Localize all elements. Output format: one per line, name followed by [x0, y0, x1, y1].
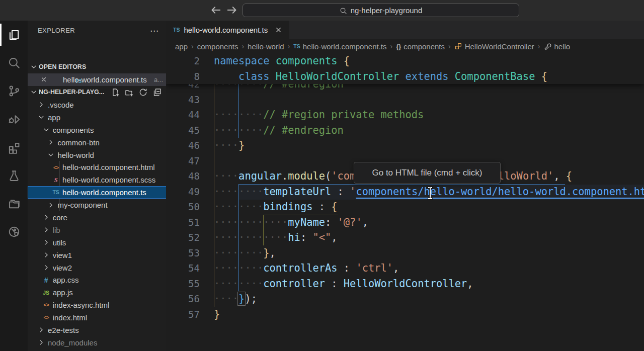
open-editor-path: a... — [152, 76, 163, 83]
tree-item-my-component[interactable]: my-component — [28, 199, 185, 211]
sticky-line-8[interactable]: 8 class HelloWorldController extends Com… — [166, 69, 644, 84]
line-number-55[interactable]: 55 — [166, 276, 200, 292]
template-url-link[interactable]: components/hello-world/hello-world.compo… — [356, 186, 644, 198]
css-badge: # — [44, 277, 48, 284]
new-folder-icon[interactable] — [124, 87, 134, 97]
breadcrumb-hello-world-component-ts[interactable]: TShello-world.component.ts — [293, 42, 386, 51]
tree-item--vscode[interactable]: .vscode — [28, 99, 175, 111]
project-section-header[interactable]: NG-HELPER-PLAYG... — [28, 86, 166, 99]
open-editors-section-header[interactable]: OPEN EDITORS — [28, 61, 166, 73]
activity-bar-item-run-debug[interactable] — [0, 105, 28, 133]
more-actions-icon[interactable]: ⋯ — [150, 26, 159, 36]
code-line-53[interactable]: 53········}, — [166, 245, 644, 261]
open-editor-item[interactable]: TS hello-world.component.ts a... — [28, 73, 166, 86]
line-number-46[interactable]: 46 — [166, 138, 200, 153]
code-line-57[interactable]: 57} — [166, 307, 644, 322]
tree-item-hello-world-component-html[interactable]: <>hello-world.component.html — [28, 161, 190, 173]
line-number-2[interactable]: 2 — [166, 53, 200, 69]
tree-item-view2[interactable]: view2 — [28, 261, 180, 274]
tree-item-label: view2 — [53, 264, 72, 272]
activity-bar-item-search[interactable] — [0, 49, 28, 77]
tree-item-label: utils — [53, 238, 66, 247]
breadcrumbs: app›components›hello-world›TShello-world… — [166, 39, 644, 53]
html-badge: <> — [44, 315, 49, 320]
breadcrumb-components[interactable]: {}components — [396, 42, 445, 51]
tree-item-label: .vscode — [48, 101, 74, 109]
code-line-56[interactable]: 56····}); — [166, 291, 644, 307]
activity-bar-item-testing[interactable] — [0, 161, 28, 190]
line-number-48[interactable]: 48 — [166, 168, 200, 184]
tree-item-app-js[interactable]: JSapp.js — [28, 286, 180, 299]
code-line-51[interactable]: 51············myName: '@?', — [166, 215, 644, 230]
code-line-54[interactable]: 54········controllerAs : 'ctrl', — [166, 260, 644, 276]
code-line-45[interactable]: 45········// #endregion — [166, 123, 644, 138]
activity-bar-item-source-control[interactable] — [0, 77, 28, 105]
line-number-50[interactable]: 50 — [166, 199, 200, 215]
code-line-44[interactable]: 44········// #region private methods — [166, 107, 644, 123]
line-number-44[interactable]: 44 — [166, 107, 200, 123]
tree-item-hello-world-component-ts[interactable]: TShello-world.component.ts — [28, 186, 190, 199]
tree-item-hello-world[interactable]: hello-world — [28, 149, 185, 161]
tree-item-utils[interactable]: utils — [28, 236, 180, 249]
line-number-53[interactable]: 53 — [166, 245, 200, 261]
js-badge-green: JS — [43, 290, 49, 296]
tree-item--gitignore[interactable]: ◆.gitignore — [28, 349, 175, 351]
line-number-47[interactable]: 47 — [166, 153, 200, 169]
line-number-57[interactable]: 57 — [166, 307, 200, 322]
tree-item-core[interactable]: core — [28, 211, 180, 224]
chevron-down-icon — [30, 89, 37, 96]
tab-hello-world-component-ts[interactable]: TS hello-world.component.ts — [166, 21, 289, 39]
code-line-52[interactable]: 52············hi: "<", — [166, 230, 644, 245]
line-number-8[interactable]: 8 — [166, 69, 200, 84]
activity-bar-item-extensions[interactable] — [0, 133, 28, 161]
line-number-54[interactable]: 54 — [166, 260, 200, 276]
code-line-43[interactable]: 43 — [166, 92, 644, 108]
line-number-56[interactable]: 56 — [166, 291, 200, 307]
breadcrumb-helloworldcontroller[interactable]: HelloWorldController — [454, 42, 534, 51]
tree-item-app[interactable]: app — [28, 111, 175, 124]
breadcrumb-app[interactable]: app — [175, 42, 188, 51]
tree-item-label: hello-world.component.html — [62, 163, 154, 171]
command-center-search[interactable]: ng-helper-playground — [243, 4, 519, 17]
tree-item-node-modules[interactable]: node_modules — [28, 336, 175, 349]
breadcrumb-hello-world[interactable]: hello-world — [248, 42, 284, 51]
line-number-51[interactable]: 51 — [166, 215, 200, 230]
tree-item-lib[interactable]: lib — [28, 224, 180, 236]
code-line-55[interactable]: 55········controller : HelloWorldControl… — [166, 276, 644, 292]
tree-item-index-html[interactable]: <>index.html — [28, 311, 180, 324]
tree-item-view1[interactable]: view1 — [28, 249, 180, 261]
close-icon[interactable] — [40, 76, 47, 83]
tree-item-label: core — [53, 213, 67, 222]
tree-item-common-btn[interactable]: common-btn — [28, 136, 185, 149]
tree-item-hello-world-component-scss[interactable]: Shello-world.component.scss — [28, 173, 190, 186]
code-line-46[interactable]: 46····} — [166, 138, 644, 153]
line-number-49[interactable]: 49 — [166, 184, 200, 200]
tree-item-label: app.css — [53, 276, 79, 284]
new-file-icon[interactable] — [110, 87, 120, 97]
code-editor[interactable]: 42········// #endregion4344········// #r… — [166, 53, 644, 351]
tree-item-index-async-html[interactable]: <>index-async.html — [28, 299, 180, 311]
tree-item-e2e-tests[interactable]: e2e-tests — [28, 324, 175, 336]
activity-bar-item-explorer[interactable] — [0, 21, 28, 49]
tree-item-components[interactable]: components — [28, 124, 180, 136]
activity-bar-item-folders[interactable] — [0, 190, 28, 218]
refresh-icon[interactable] — [138, 87, 148, 97]
breadcrumb-components[interactable]: components — [197, 42, 238, 51]
line-number-45[interactable]: 45 — [166, 123, 200, 138]
tree-item-app-css[interactable]: #app.css — [28, 274, 180, 286]
collapse-all-icon[interactable] — [152, 87, 162, 97]
line-number-43[interactable]: 43 — [166, 92, 200, 108]
history-back-button[interactable] — [210, 4, 222, 16]
debug-icon — [8, 113, 21, 126]
close-icon[interactable] — [275, 26, 282, 34]
code-line-50[interactable]: 50········bindings : { — [166, 199, 644, 215]
breadcrumb-hello[interactable]: hello — [543, 42, 570, 51]
history-forward-button[interactable] — [226, 4, 238, 16]
activity-bar-item-git-graph[interactable] — [0, 218, 28, 246]
line-number-52[interactable]: 52 — [166, 230, 200, 245]
sticky-line-2[interactable]: 2namespace components { — [166, 53, 644, 69]
sticky-scroll[interactable]: 2namespace components {8 class HelloWorl… — [166, 53, 644, 84]
tree-item-label: index-async.html — [53, 301, 110, 309]
title-bar: ng-helper-playground — [0, 0, 644, 21]
code-line-49[interactable]: 49········templateUrl : 'components/hell… — [166, 184, 644, 200]
